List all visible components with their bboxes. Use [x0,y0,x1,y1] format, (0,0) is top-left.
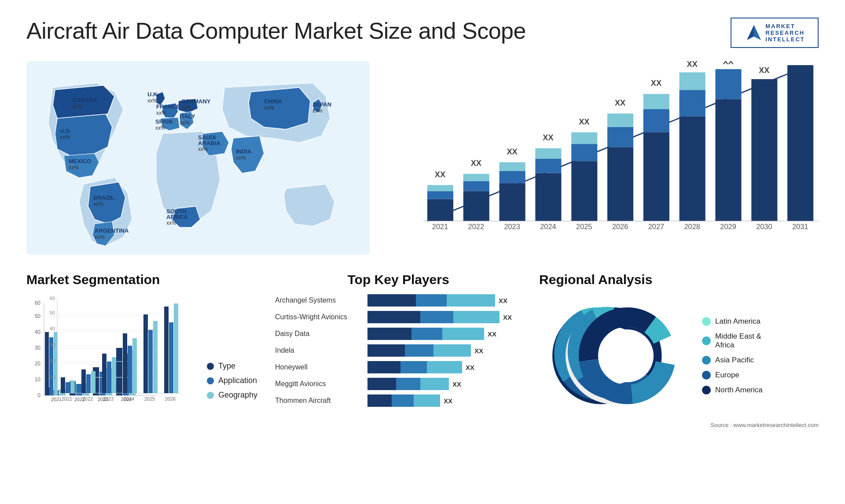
player-name-honeywell: Honeywell [275,363,363,371]
regional-legend: Latin America Middle East &Africa Asia P… [702,317,763,394]
bar-2030-seg1 [751,79,777,221]
label-argentina: ARGENTINA [95,227,129,234]
player-name-thommen: Thommen Aircraft [275,397,363,405]
year-2022: 2022 [468,223,484,230]
player-bar-meggitt: XX [367,378,522,390]
segmentation-title: Market Segmentation [26,272,257,287]
svg-text:20: 20 [50,358,55,363]
bar-2026-seg1 [607,147,633,221]
svg-text:50: 50 [50,310,55,315]
legend-application: Application [207,376,257,385]
year-2029: 2029 [720,223,736,230]
svg-text:60: 60 [50,296,55,301]
legend-item-mea: Middle East &Africa [702,332,763,350]
player-row-archangel: Archangel Systems XX [275,294,522,307]
page-container: Aircraft Air Data Computer Market Size a… [0,0,845,504]
player-xx-honeywell: XX [466,364,474,371]
year-2026: 2026 [612,223,628,230]
val-2024: XX [543,133,553,142]
label-italy: ITALY [180,113,195,120]
year-2031: 2031 [792,223,808,230]
header: Aircraft Air Data Computer Market Size a… [26,18,819,48]
bar-2029-seg1 [715,99,741,221]
svg-rect-56 [61,377,65,393]
growth-chart-container: XX 2021 XX 2022 XX 2023 XX 2024 [396,61,819,255]
svg-text:xx%: xx% [60,134,70,140]
label-japan: JAPAN [312,101,331,108]
regional-inner: Latin America Middle East &Africa Asia P… [539,294,819,417]
svg-rect-72 [143,314,148,393]
svg-text:2021: 2021 [62,396,72,402]
svg-text:xx%: xx% [93,201,103,207]
bar-2023-seg3 [500,162,525,171]
year-2021: 2021 [432,223,448,230]
svg-text:30: 30 [50,342,55,347]
svg-text:xx%: xx% [312,108,323,114]
svg-text:xx%: xx% [166,220,176,226]
growth-chart-svg: XX 2021 XX 2022 XX 2023 XX 2024 [396,61,819,237]
val-2023: XX [507,147,518,156]
year-2030: 2030 [756,223,772,230]
player-bar-curtiss: XX [367,311,522,323]
svg-text:xx%: xx% [95,234,105,240]
page-title: Aircraft Air Data Computer Market Size a… [26,18,526,44]
player-xx-thommen: XX [444,397,452,405]
val-2027: XX [651,79,661,88]
svg-rect-69 [128,346,132,393]
legend-label-ap: Asia Pacific [715,356,754,365]
player-bar-honeywell: XX [367,361,522,373]
player-xx-archangel: XX [499,297,507,304]
bar-2022-seg2 [463,181,489,191]
label-china: CHINA [264,98,283,105]
player-row-daisy: Daisy Data XX [275,328,522,340]
legend-dot-latam [702,317,711,326]
svg-text:xx%: xx% [73,103,83,110]
logo-line3: INTELLECT [765,36,805,43]
svg-text:xx%: xx% [264,105,274,111]
legend-label-eu: Europe [715,371,739,380]
legend-dot-na [702,386,711,394]
bar-2024-seg1 [535,173,561,221]
bar-2027-seg2 [643,109,669,132]
label-germany: GERMANY [181,98,211,105]
donut-white-center [601,329,654,382]
logo-line1: MARKET [765,23,805,29]
svg-text:0: 0 [52,390,55,395]
player-bar-daisy: XX [367,328,522,340]
logo-icon [744,23,764,43]
svg-text:xx%: xx% [198,146,208,152]
player-row-meggitt: Meggitt Avionics XX [275,378,522,390]
bar-2022-seg3 [463,174,489,181]
svg-text:40: 40 [50,326,55,331]
player-xx-indela: XX [474,347,483,354]
label-india: INDIA [236,148,252,155]
val-2029: XX [723,61,733,66]
svg-rect-65 [107,362,111,393]
svg-text:2026: 2026 [165,396,176,402]
legend-item-ap: Asia Pacific [702,356,763,365]
legend-label-geography: Geography [218,391,257,400]
player-name-meggitt: Meggitt Avionics [275,380,363,388]
bar-2023-seg2 [500,171,525,183]
bar-2024-seg3 [535,148,561,159]
val-2026: XX [615,99,625,107]
label-uk: U.K. [147,91,159,98]
player-bar-indela: XX [367,344,522,357]
bar-2028-seg3 [680,72,705,90]
legend-dot-mea [702,336,711,345]
val-2031: XX [795,61,805,63]
legend-item-latam: Latin America [702,317,763,326]
svg-text:2025: 2025 [144,396,155,402]
legend-type: Type [207,362,257,371]
svg-text:xx%: xx% [147,98,158,104]
logo: MARKET RESEARCH INTELLECT [731,18,819,48]
svg-rect-76 [164,307,169,393]
label-france: FRANCE [156,103,180,110]
val-2022: XX [471,159,481,168]
legend-dot-geography [207,392,214,399]
svg-rect-77 [169,322,173,393]
legend-label-application: Application [218,376,257,385]
svg-text:2023: 2023 [103,396,114,402]
segmentation-section: Market Segmentation 0 10 20 30 40 50 60 [26,272,257,428]
bar-2026-seg3 [607,113,633,127]
